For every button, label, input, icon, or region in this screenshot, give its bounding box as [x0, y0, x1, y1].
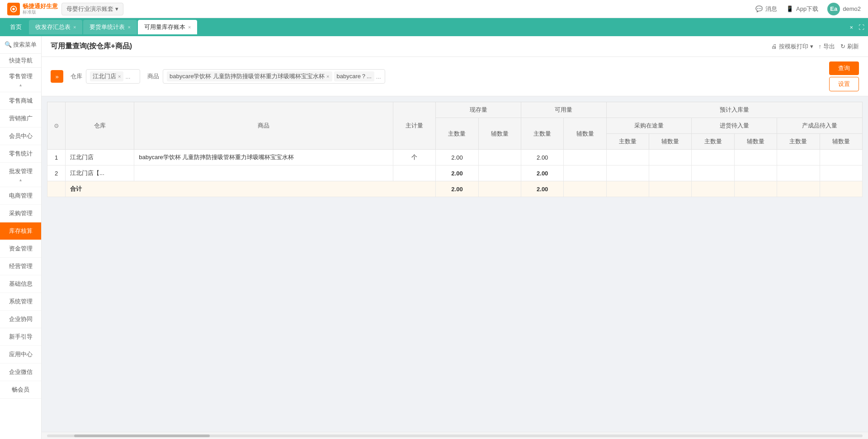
warehouse-input[interactable]: 江北门店 × ... — [86, 69, 140, 84]
row-stock-aux — [478, 150, 521, 165]
msg-button[interactable]: 💬 消息 — [755, 5, 777, 13]
app-download-button[interactable]: 📱 App下载 — [786, 5, 818, 13]
stock-main-header: 主数量 — [436, 118, 478, 150]
row-ptransit-main — [606, 165, 649, 181]
top-bar-right: 💬 消息 📱 App下载 Ea demo2 — [755, 3, 861, 15]
tab-order-stats[interactable]: 要货单统计表 × — [83, 20, 137, 34]
tab-available-close[interactable]: × — [188, 24, 191, 30]
svg-point-0 — [12, 8, 14, 10]
sidebar-wholesale-label: 批发管理 — [9, 167, 33, 175]
horizontal-scrollbar[interactable] — [42, 432, 868, 439]
warehouse-tag-text: 江北门店 — [93, 72, 116, 80]
total-gear — [47, 181, 66, 197]
warehouse-header: 仓库 — [66, 102, 134, 150]
template-print-button[interactable]: 🖨 按模板打印 ▾ — [771, 42, 813, 51]
row-ptransit-main — [606, 150, 649, 165]
row-unit: 个 — [393, 150, 435, 165]
row-warehouse: 江北门店【... — [66, 165, 134, 181]
sidebar-item-marketing[interactable]: 营销推广 — [0, 110, 41, 127]
sidebar-item-system[interactable]: 系统管理 — [0, 293, 41, 311]
row-prod-main — [777, 165, 820, 181]
row-stock-main: 2.00 — [436, 150, 478, 165]
export-button[interactable]: ↑ 导出 — [819, 42, 835, 51]
sidebar-item-retail-stats[interactable]: 零售统计 — [0, 145, 41, 163]
sidebar-item-purchase[interactable]: 采购管理 — [0, 205, 41, 222]
sidebar-retail-stats-label: 零售统计 — [9, 150, 33, 158]
sidebar-ecommerce-label: 电商管理 — [9, 192, 33, 200]
query-button[interactable]: 查询 — [829, 61, 859, 75]
tab-order-close[interactable]: × — [127, 24, 130, 30]
sidebar-retail-mall-label: 零售商城 — [9, 97, 33, 105]
tab-available-label: 可用量库存账本 — [144, 23, 185, 31]
row-incoming-aux — [734, 150, 777, 165]
avail-aux-header: 辅数量 — [564, 118, 606, 150]
sidebar-purchase-label: 采购管理 — [9, 209, 33, 217]
total-ptransit-main — [606, 181, 649, 197]
app-label: App下载 — [796, 5, 818, 13]
sidebar-item-member[interactable]: 会员中心 — [0, 127, 41, 145]
tab-receive-close[interactable]: × — [73, 24, 76, 30]
sidebar-item-weixin[interactable]: 企业微信 — [0, 363, 41, 381]
logo-text-group: 畅捷通好生意 标准版 — [23, 3, 58, 15]
product-tag1: babycare学饮杯 儿童防摔防撞吸管杯重力球吸嘴杯宝宝水杯 × — [167, 71, 332, 81]
row-incoming-aux — [734, 165, 777, 181]
row-prod-main — [777, 150, 820, 165]
sidebar-weixin-label: 企业微信 — [9, 368, 33, 376]
filter-expand-button[interactable]: » — [51, 70, 63, 83]
tab-available-stock[interactable]: 可用量库存账本 × — [138, 20, 197, 34]
product-tag1-text: babycare学饮杯 儿童防摔防撞吸管杯重力球吸嘴杯宝宝水杯 — [170, 72, 325, 80]
prod-main-header: 主数量 — [777, 134, 820, 150]
product-tag2: babycare？... — [334, 71, 374, 81]
scrollbar-thumb[interactable] — [74, 434, 210, 437]
expand-icon[interactable]: ⛶ — [859, 24, 864, 31]
sidebar-item-newuser[interactable]: 新手引导 — [0, 328, 41, 346]
gear-icon[interactable]: ⚙ — [54, 123, 59, 129]
sidebar-item-enterprise[interactable]: 企业协同 — [0, 311, 41, 328]
sidebar-member2-label: 畅会员 — [12, 386, 29, 394]
top-bar-left: 畅捷通好生意 标准版 母婴行业演示账套 ▾ — [7, 3, 123, 15]
total-incoming-main — [692, 181, 734, 197]
sidebar-item-basic-info[interactable]: 基础信息 — [0, 275, 41, 293]
scrollbar-track[interactable] — [47, 434, 863, 437]
product-tag1-close[interactable]: × — [326, 74, 329, 79]
table-wrapper: ⚙ 仓库 商品 主计量 现存量 可用量 预计入库量 主数量 辅数量 主数量 辅数… — [42, 96, 868, 432]
total-stock-aux — [478, 181, 521, 197]
total-stock-main: 2.00 — [436, 181, 478, 197]
industry-selector[interactable]: 母婴行业演示账套 ▾ — [61, 3, 123, 15]
available-header: 可用量 — [521, 102, 607, 118]
product-header: 商品 — [134, 102, 393, 150]
close-all-icon[interactable]: × — [849, 24, 853, 31]
product-input[interactable]: babycare学饮杯 儿童防摔防撞吸管杯重力球吸嘴杯宝宝水杯 × babyca… — [163, 69, 385, 84]
row-avail-aux — [564, 150, 606, 165]
settings-button[interactable]: 设置 — [829, 77, 859, 91]
sidebar-item-member2[interactable]: 畅会员 — [0, 381, 41, 399]
sidebar-item-ecommerce[interactable]: 电商管理 — [0, 187, 41, 205]
sidebar-finance-label: 资金管理 — [9, 245, 33, 253]
production-header: 产成品待入量 — [777, 118, 863, 134]
sidebar-search[interactable]: 🔍 搜索菜单 — [0, 36, 41, 54]
sidebar-item-retail-mgmt[interactable]: 零售管理 ▴ — [0, 68, 41, 92]
gear-header: ⚙ — [47, 102, 66, 150]
main-unit-header: 主计量 — [393, 102, 435, 150]
sidebar-item-appcenter[interactable]: 应用中心 — [0, 346, 41, 363]
refresh-label: 刷新 — [847, 42, 859, 51]
sidebar-item-finance[interactable]: 资金管理 — [0, 240, 41, 258]
warehouse-dots[interactable]: ... — [125, 73, 130, 80]
warehouse-tag: 江北门店 × — [90, 71, 123, 81]
sidebar-appcenter-label: 应用中心 — [9, 350, 33, 359]
refresh-button[interactable]: ↻ 刷新 — [840, 42, 859, 51]
tab-home[interactable]: 首页 — [4, 20, 28, 34]
chevron-right-icon: » — [55, 73, 58, 80]
sidebar-item-wholesale[interactable]: 批发管理 ▴ — [0, 163, 41, 187]
sidebar-item-operations[interactable]: 经营管理 — [0, 258, 41, 275]
total-avail-aux — [564, 181, 606, 197]
sidebar-item-inventory[interactable]: 库存核算 — [0, 222, 41, 240]
warehouse-tag-close[interactable]: × — [118, 74, 121, 79]
sidebar-quick-nav[interactable]: 快捷导航 — [0, 54, 41, 68]
tab-receive-summary[interactable]: 收发存汇总表 × — [29, 20, 82, 34]
user-menu[interactable]: Ea demo2 — [827, 3, 861, 15]
sidebar-item-retail-mall[interactable]: 零售商城 — [0, 92, 41, 110]
row-stock-aux — [478, 165, 521, 181]
warehouse-label: 仓库 — [71, 72, 82, 80]
product-dots[interactable]: ... — [376, 73, 381, 80]
